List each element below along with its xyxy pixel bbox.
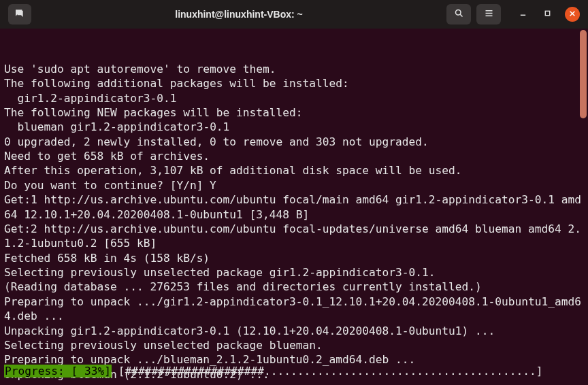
- new-tab-icon: [14, 7, 25, 21]
- progress-bar: [#####################..................…: [112, 365, 542, 378]
- svg-rect-6: [545, 11, 549, 15]
- terminal-line: Preparing to unpack .../gir1.2-appindica…: [4, 295, 584, 324]
- progress-line: Progress: [ 33%] [#####################.…: [4, 364, 584, 378]
- terminal-line: gir1.2-appindicator3-0.1: [4, 91, 584, 105]
- terminal-line: blueman gir1.2-appindicator3-0.1: [4, 120, 584, 134]
- window-title: linuxhint@linuxhint-VBox: ~: [37, 9, 441, 20]
- terminal-line: Get:2 http://us.archive.ubuntu.com/ubunt…: [4, 222, 584, 251]
- terminal-line: Selecting previously unselected package …: [4, 265, 584, 280]
- scrollbar-thumb[interactable]: [580, 30, 587, 118]
- terminal-line: 0 upgraded, 2 newly installed, 0 to remo…: [4, 135, 584, 149]
- maximize-button[interactable]: [540, 7, 554, 21]
- terminal-line: Get:1 http://us.archive.ubuntu.com/ubunt…: [4, 192, 584, 222]
- close-icon: [569, 10, 576, 19]
- search-icon: [454, 8, 464, 21]
- window-controls: [516, 7, 580, 22]
- terminal-line: The following additional packages will b…: [4, 76, 584, 90]
- terminal-line: Use 'sudo apt autoremove' to remove them…: [4, 62, 584, 76]
- terminal-line: After this operation, 3,107 kB of additi…: [4, 163, 584, 178]
- terminal-line: Fetched 658 kB in 4s (158 kB/s): [4, 251, 584, 265]
- svg-line-1: [460, 14, 462, 16]
- menu-button[interactable]: [476, 4, 501, 24]
- terminal-line: The following NEW packages will be insta…: [4, 105, 584, 120]
- terminal-line: (Reading database ... 276253 files and d…: [4, 280, 584, 294]
- terminal-line: Do you want to continue? [Y/n] Y: [4, 178, 584, 192]
- title-bar: linuxhint@linuxhint-VBox: ~: [0, 0, 588, 29]
- terminal-output[interactable]: Use 'sudo apt autoremove' to remove them…: [0, 29, 588, 385]
- close-button[interactable]: [565, 7, 580, 22]
- hamburger-icon: [484, 8, 494, 21]
- svg-point-0: [455, 10, 461, 15]
- new-tab-button[interactable]: [8, 4, 31, 24]
- terminal-line: Unpacking gir1.2-appindicator3-0.1 (12.1…: [4, 324, 584, 338]
- terminal-line: Need to get 658 kB of archives.: [4, 149, 584, 163]
- minimize-icon: [519, 10, 527, 19]
- maximize-icon: [544, 10, 551, 19]
- minimize-button[interactable]: [516, 7, 529, 21]
- terminal-line: Selecting previously unselected package …: [4, 338, 584, 352]
- search-button[interactable]: [446, 4, 471, 24]
- progress-label: Progress: [ 33%]: [4, 365, 112, 378]
